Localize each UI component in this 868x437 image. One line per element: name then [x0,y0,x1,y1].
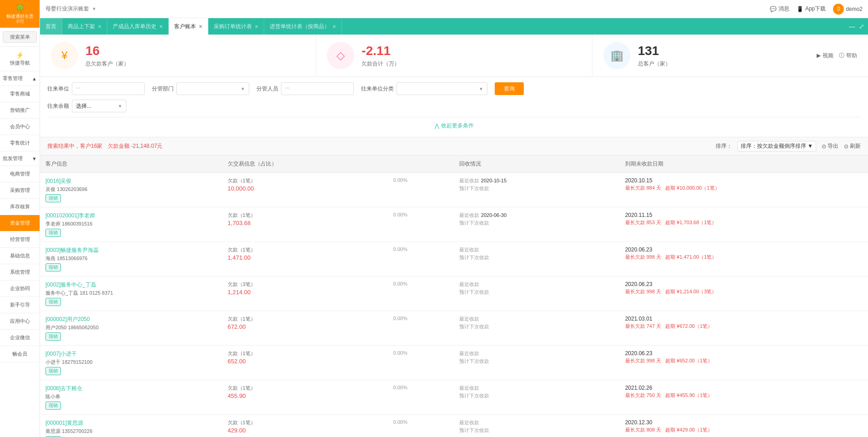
sidebar-item-finance[interactable]: 资金管理 [0,215,40,231]
sidebar-item-quick-nav[interactable]: ⚡ 快捷导航 [0,47,40,71]
tab-goods-shelf[interactable]: 商品上下架 ✕ [62,18,107,35]
overdue-link[interactable]: 超期 ¥455.90（1笔） [665,392,712,398]
sort-select[interactable]: 排序：按欠款金额倒序排序 ▼ [738,141,816,151]
tab-home[interactable]: 首页 [40,18,62,35]
sort-label: 排序： [716,142,732,150]
refresh-button[interactable]: ⊙ 刷新 [844,142,861,150]
quick-nav-icon: ⚡ [3,51,37,59]
sidebar-item-inventory[interactable]: 库存核算 [0,199,40,215]
debt-amount: 10,000.00 [228,185,382,192]
unit-category-select[interactable]: ▼ [396,82,487,95]
sidebar-item-system[interactable]: 系统管理 [0,264,40,281]
person-dots[interactable]: ··· [285,85,290,91]
sidebar-item-batch-mgmt[interactable]: 批发管理 ▼ [0,151,40,166]
person-input[interactable]: ··· [281,82,354,95]
tab-purchase-order-close[interactable]: ✕ [255,24,258,29]
export-button[interactable]: ⊙ 导出 [822,142,838,150]
tab-collapse-button[interactable]: — [849,23,855,30]
sidebar-item-retail-mgmt[interactable]: 零售管理 ▲ [0,71,40,86]
customer-tag: 现销 [45,298,61,306]
sidebar-item-retail-stats[interactable]: 零售统计 [0,135,40,151]
sidebar-item-corp[interactable]: 企业协同 [0,281,40,297]
search-menu-button[interactable]: 搜索菜单 [3,31,37,43]
tab-customer-account-close[interactable]: ✕ [199,24,202,29]
sidebar-item-wechat[interactable]: 企业微信 [0,330,40,346]
tab-stock-stats[interactable]: 进货单统计表（按商品） ✕ [264,18,342,35]
sidebar-item-label: 经营管理 [10,236,30,242]
sidebar-item-guide[interactable]: 新手引导 [0,297,40,313]
tab-expand-button[interactable]: ⤢ [859,23,864,30]
overdue-link[interactable]: 超期 ¥429.00（1笔） [665,427,712,432]
filter-unit-category: 往来单位分类 ▼ [361,82,487,95]
sidebar-item-vip[interactable]: 畅会员 [0,346,40,362]
customer-name-link[interactable]: [0003]畅捷服务尹海蕊 [45,246,217,254]
app-download-button[interactable]: 📱 App下载 [797,5,826,13]
customer-name-link[interactable]: [0016]吴俊 [45,177,217,185]
customer-name-link[interactable]: [0002]服务中心_丁磊 [45,281,217,289]
overdue-link[interactable]: 超期 ¥652.00（1笔） [665,358,712,363]
customer-name-link[interactable]: [000001]黄思源 [45,419,217,427]
due-date: 2020.06.23 [625,281,863,287]
tab-purchase-order[interactable]: 采购订单统计表 ✕ [208,18,264,35]
overdue-link[interactable]: 超期 ¥10,000.00（1笔） [665,185,719,191]
user-avatar[interactable]: D demo2 [833,4,863,15]
sidebar-item-app-center[interactable]: 应用中心 [0,313,40,330]
customer-name-link[interactable]: [0007]小进干 [45,350,217,358]
debt-pct: 0.00% [393,212,449,217]
balance-select[interactable]: 选择... ▼ [72,100,126,112]
sidebar-nav: ⚡ 快捷导航 零售管理 ▲ 零售商城 营销推广 会员中心 零售统计 批发管理 ▼… [0,47,40,437]
company-selector[interactable]: 母婴行业演示账套 ▼ [45,5,96,13]
cell-debt-pct: 0.00% [388,276,454,311]
debt-customers-value: 16 [85,44,129,58]
cell-collect: 最近收款 预计下次收款 [454,276,619,311]
tab-goods-shelf-close[interactable]: ✕ [98,24,101,29]
logo[interactable]: 🍀 畅捷通好生意 示范 [0,0,40,28]
total-customers-value: 131 [638,44,671,58]
customer-name-link[interactable]: [000002]用户2050 [45,316,217,323]
help-button[interactable]: ⓘ 帮助 [839,52,857,60]
sidebar-item-retail-store[interactable]: 零售商城 [0,86,40,102]
overdue-link[interactable]: 超期 ¥1,471.00（1笔） [665,254,717,260]
sidebar-item-label: 批发管理 [3,155,23,162]
customer-tag: 现销 [45,194,61,202]
customer-tag: 现销 [45,367,61,375]
tab-product-in[interactable]: 产成品入库单历史 ✕ [107,18,169,35]
customer-name-link[interactable]: [0006]去下粮仓 [45,385,217,392]
sidebar-item-marketing[interactable]: 营销推广 [0,102,40,119]
debt-pct: 0.00% [393,350,449,356]
collect-row: 最近收款 [459,350,614,357]
tab-stock-stats-close[interactable]: ✕ [332,24,336,29]
overdue-info: 最长欠款 998 天 超期 ¥1,471.00（1笔） [625,254,863,261]
customer-sub: 李老师 18600391516 [45,221,217,227]
col-collect: 回收情况 [454,156,619,173]
from-unit-input[interactable]: ··· [72,82,145,95]
last-collect-date: 2020-10-15 [481,178,507,183]
overdue-link[interactable]: 超期 ¥672.00（1笔） [665,323,712,329]
sidebar-item-label: 应用中心 [10,318,30,324]
export-label: 导出 [828,142,838,150]
sidebar-item-purchase[interactable]: 采购管理 [0,182,40,199]
sidebar-item-ops[interactable]: 经营管理 [0,231,40,248]
overdue-link[interactable]: 超期 ¥1,703.68（1笔） [665,220,717,225]
sidebar-item-basic[interactable]: 基础信息 [0,248,40,264]
dept-select[interactable]: ▼ [176,82,249,95]
tab-customer-account[interactable]: 客户账本 ✕ [169,18,208,35]
message-button[interactable]: 💬 消息 [770,5,789,13]
tab-product-in-close[interactable]: ✕ [159,24,163,29]
overdue-link[interactable]: 超期 ¥1,214.00（3笔） [665,289,717,294]
cell-due-date: 2020.12.30 最长欠款 808 天 超期 ¥429.00（1笔） [620,415,868,437]
from-unit-dots[interactable]: ··· [76,85,80,91]
message-label: 消息 [778,5,789,13]
help-label: 帮助 [846,52,857,60]
sidebar-item-label: 快捷导航 [10,60,30,65]
sidebar-item-member[interactable]: 会员中心 [0,119,40,135]
sidebar-item-ecommerce[interactable]: 电商管理 [0,166,40,182]
filter-area: 往来单位 ··· 分管部门 ▼ 分管人员 ··· 往来单位分类 [40,77,868,137]
sidebar-search[interactable]: 搜索菜单 [0,28,40,47]
view-video-button[interactable]: ▶ 视频 [817,52,833,60]
customer-name-link[interactable]: [0001020001]李老师 [45,212,217,220]
table-row: [000002]用户2050 用户2050 18665062050 现销 欠款（… [40,311,868,346]
search-button[interactable]: 查询 [495,82,524,95]
collapse-button[interactable]: ⋀ 收起更多条件 [431,120,477,131]
message-icon: 💬 [770,6,777,12]
